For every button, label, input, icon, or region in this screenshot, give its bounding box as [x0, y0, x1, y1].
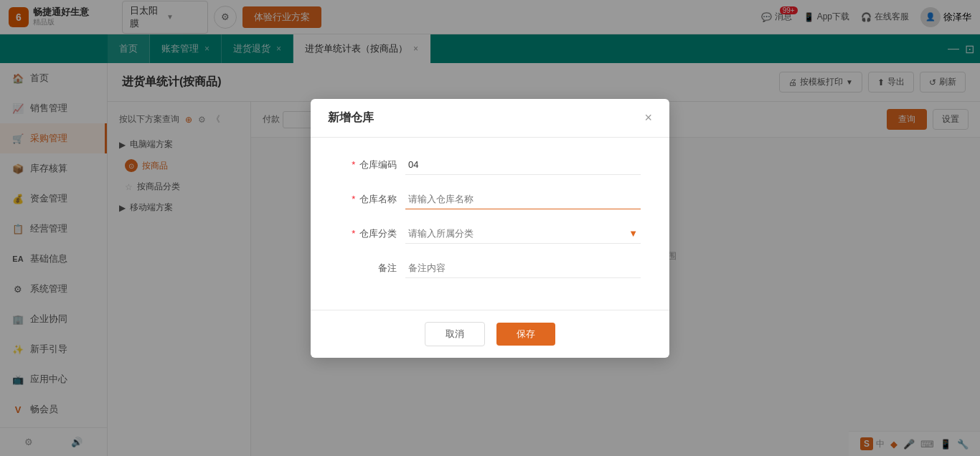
category-select-row[interactable]: ▼ [405, 224, 641, 244]
form-row-category: * 仓库分类 ▼ [339, 224, 641, 244]
modal-body: * 仓库编码 * 仓库名称 * 仓库分类 [311, 138, 669, 310]
add-warehouse-modal: 新增仓库 × * 仓库编码 * 仓库名称 [311, 99, 669, 358]
cancel-button[interactable]: 取消 [425, 322, 485, 346]
form-row-name: * 仓库名称 [339, 189, 641, 209]
form-row-remark: 备注 [339, 258, 641, 278]
name-input[interactable] [405, 189, 641, 209]
category-label-text: 仓库分类 [359, 228, 397, 239]
remark-label-text: 备注 [378, 262, 397, 273]
remark-label: 备注 [339, 262, 397, 275]
modal-close-button[interactable]: × [644, 110, 652, 125]
name-label: * 仓库名称 [339, 193, 397, 206]
code-label: * 仓库编码 [339, 158, 397, 171]
modal-overlay: 新增仓库 × * 仓库编码 * 仓库名称 [0, 0, 980, 456]
name-required-star: * [352, 194, 355, 204]
modal-footer: 取消 保存 [311, 310, 669, 358]
save-button[interactable]: 保存 [496, 323, 555, 346]
category-required-star: * [352, 228, 355, 239]
name-label-text: 仓库名称 [359, 194, 397, 204]
remark-input[interactable] [405, 258, 641, 278]
category-input[interactable] [408, 228, 628, 239]
category-dropdown-icon: ▼ [628, 228, 638, 239]
code-required-star: * [352, 159, 355, 170]
modal-title: 新增仓库 [328, 110, 374, 125]
form-row-code: * 仓库编码 [339, 155, 641, 175]
category-label: * 仓库分类 [339, 227, 397, 240]
code-input[interactable] [405, 155, 641, 175]
modal-header: 新增仓库 × [311, 99, 669, 138]
code-label-text: 仓库编码 [359, 159, 397, 170]
